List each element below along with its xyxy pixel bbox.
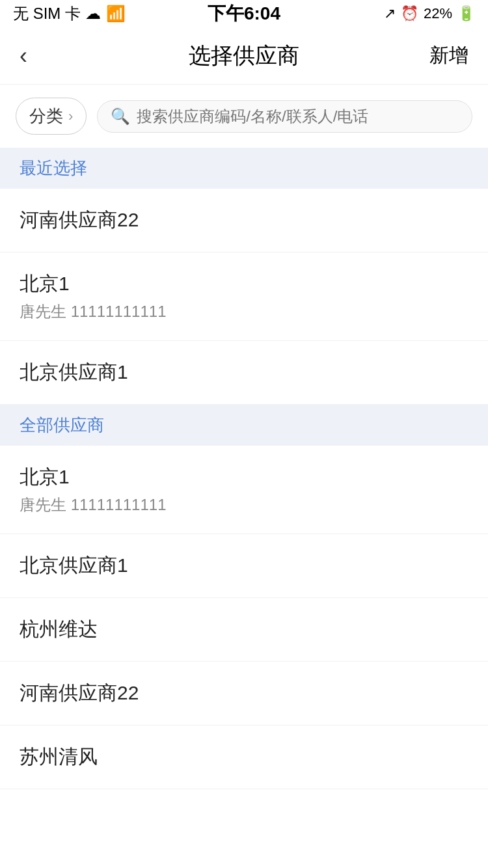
- all-section-header: 全部供应商: [0, 405, 488, 446]
- chevron-right-icon: ›: [68, 108, 73, 125]
- list-item[interactable]: 北京1 唐先生 11111111111: [0, 252, 488, 341]
- sim-text: 无 SIM 卡 ☁: [13, 3, 101, 24]
- recent-section-label: 最近选择: [20, 158, 87, 178]
- recent-items-list: 河南供应商22 北京1 唐先生 11111111111 北京供应商1: [0, 189, 488, 405]
- recent-section-header: 最近选择: [0, 148, 488, 189]
- category-label: 分类: [29, 105, 63, 128]
- wifi-icon: 📶: [106, 5, 126, 23]
- location-icon: ↗: [384, 5, 396, 22]
- alarm-icon: ⏰: [401, 5, 418, 22]
- category-button[interactable]: 分类 ›: [16, 98, 87, 135]
- item-name: 北京供应商1: [20, 552, 468, 579]
- item-name: 河南供应商22: [20, 680, 468, 707]
- nav-bar: ‹ 选择供应商 新增: [0, 27, 488, 85]
- item-name: 北京1: [20, 464, 468, 491]
- status-time: 下午6:04: [208, 1, 280, 26]
- list-item[interactable]: 河南供应商22: [0, 189, 488, 252]
- list-item[interactable]: 河南供应商22: [0, 662, 488, 726]
- item-name: 河南供应商22: [20, 207, 468, 234]
- item-name: 北京1: [20, 271, 468, 297]
- list-item[interactable]: 苏州清风: [0, 726, 488, 789]
- item-name: 北京供应商1: [20, 359, 468, 386]
- search-box[interactable]: 🔍: [97, 100, 472, 133]
- battery-icon: 🔋: [457, 5, 475, 22]
- search-input[interactable]: [137, 107, 459, 126]
- page-title: 选择供应商: [189, 41, 299, 71]
- item-name: 苏州清风: [20, 744, 468, 770]
- list-item[interactable]: 杭州维达: [0, 598, 488, 662]
- item-sub: 唐先生 11111111111: [20, 495, 468, 515]
- status-right: ↗ ⏰ 22% 🔋: [384, 5, 475, 22]
- all-items-list: 北京1 唐先生 11111111111 北京供应商1 杭州维达 河南供应商22 …: [0, 446, 488, 789]
- status-left: 无 SIM 卡 ☁ 📶: [13, 3, 126, 24]
- filter-bar: 分类 › 🔍: [0, 85, 488, 148]
- list-item[interactable]: 北京供应商1: [0, 341, 488, 405]
- all-section-label: 全部供应商: [20, 415, 104, 435]
- back-button[interactable]: ‹: [20, 42, 59, 70]
- search-icon: 🔍: [111, 107, 130, 126]
- status-bar: 无 SIM 卡 ☁ 📶 下午6:04 ↗ ⏰ 22% 🔋: [0, 0, 488, 27]
- item-name: 杭州维达: [20, 616, 468, 643]
- list-item[interactable]: 北京1 唐先生 11111111111: [0, 446, 488, 534]
- battery-text: 22%: [424, 5, 452, 22]
- list-item[interactable]: 北京供应商1: [0, 534, 488, 598]
- add-button[interactable]: 新增: [429, 42, 468, 69]
- item-sub: 唐先生 11111111111: [20, 301, 468, 322]
